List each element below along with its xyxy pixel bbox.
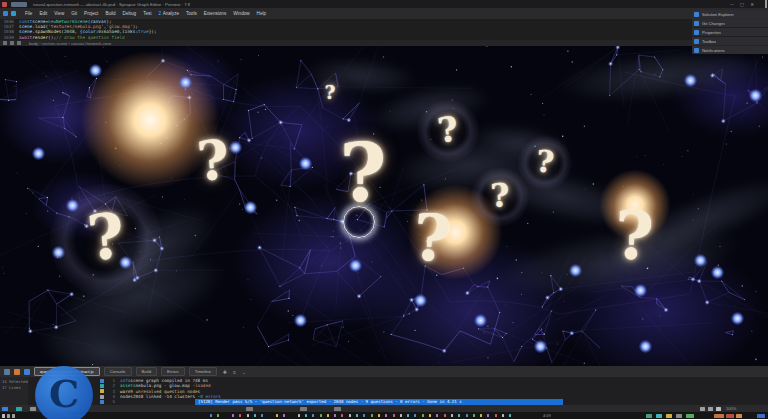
taskbar-dot [312, 414, 314, 417]
menu-item-window[interactable]: Window [233, 11, 249, 16]
taskbar-icon[interactable] [726, 414, 734, 418]
panel-icon [694, 12, 699, 17]
log-level-icon [100, 400, 104, 404]
taskbar-dot [385, 414, 387, 417]
close-button[interactable]: ✕ [750, 1, 754, 8]
menu-item-edit[interactable]: Edit [39, 11, 47, 16]
blue-node-glow [749, 89, 762, 102]
live-view-icon[interactable] [17, 41, 21, 45]
tab-console[interactable]: Console [104, 367, 132, 376]
status-icon[interactable] [2, 407, 8, 411]
menu-item-tools[interactable]: Tools [186, 11, 197, 16]
status-icon[interactable] [300, 407, 307, 411]
title-bar: neural-question-network — abstract-4k.ps… [0, 0, 768, 8]
tab-build[interactable]: Build [136, 367, 158, 376]
menu-item-debug[interactable]: Debug [123, 11, 137, 16]
rail-label: 14 Selected [2, 379, 28, 384]
blue-node-glow [89, 64, 102, 77]
artwork-canvas[interactable]: ????????? [0, 46, 768, 366]
taskbar-dot [393, 414, 395, 417]
blue-node-glow [534, 340, 547, 353]
document-tab-icon[interactable] [11, 2, 27, 7]
menu-item-test[interactable]: Test [143, 11, 151, 16]
menu-item-git[interactable]: Git [71, 11, 77, 16]
status-icon[interactable] [16, 407, 22, 411]
home-icon[interactable] [3, 11, 8, 16]
taskbar-dot [356, 414, 358, 417]
flyout-item-git-changes[interactable]: Git Changes [692, 19, 768, 27]
status-icon[interactable] [700, 407, 705, 411]
flyout-item-notifications[interactable]: Notifications [692, 46, 768, 54]
status-icon[interactable] [708, 407, 713, 411]
taskbar-dot [480, 414, 482, 417]
menu-item-build[interactable]: Build [105, 11, 115, 16]
taskbar-dot [422, 414, 424, 417]
blue-node-glow [32, 147, 45, 160]
panel-icon [694, 48, 699, 53]
menu-icon[interactable]: ≡ [233, 369, 236, 375]
taskbar-icon[interactable] [666, 414, 672, 418]
taskbar-icon[interactable] [646, 414, 652, 418]
editor-strip[interactable]: 1036const scene = new NetworkScene(canva… [0, 19, 768, 40]
maximize-button[interactable]: ▢ [740, 1, 744, 8]
minimize-button[interactable]: ─ [731, 1, 734, 8]
split-view-icon[interactable] [3, 41, 7, 45]
taskbar-icon[interactable] [7, 414, 10, 418]
taskbar-dot [276, 414, 278, 417]
breadcrumb[interactable]: body › section.scene › canvas#network-vi… [29, 41, 111, 46]
taskbar-dot [487, 414, 489, 417]
taskbar-strip: 2154 × 5944:09 [0, 412, 768, 419]
flyout-label: Toolbox [702, 39, 716, 44]
breadcrumb-bar: body › section.scene › canvas#network-vi… [0, 40, 768, 46]
tab-timeline[interactable]: Timeline [189, 367, 217, 376]
question-mark: ? [613, 196, 656, 276]
flyout-item-solution-explorer[interactable]: Solution Explorer [692, 10, 768, 18]
collapse-icon[interactable]: ⌄ [242, 369, 246, 375]
taskbar-dot [458, 414, 460, 417]
blue-node-glow [474, 314, 487, 327]
menu-item-extensions[interactable]: Extensions [204, 11, 226, 16]
menu-item-project[interactable]: Project [84, 11, 98, 16]
taskbar-icon[interactable] [714, 414, 724, 418]
taskbar-icon[interactable] [736, 414, 742, 418]
code-view-icon[interactable] [10, 41, 14, 45]
sync-icon[interactable] [11, 11, 16, 16]
build-icon[interactable] [14, 369, 20, 375]
menu-item-file[interactable]: File [25, 11, 32, 16]
blue-node-glow [294, 314, 307, 327]
taskbar-dot [320, 414, 322, 417]
blue-node-glow [694, 254, 707, 267]
taskbar-icon[interactable] [757, 414, 765, 418]
blue-node-glow [229, 141, 242, 154]
output-icon[interactable] [4, 369, 10, 375]
console-rail: 14 Selected17 Lines [0, 377, 28, 405]
flyout-item-toolbox[interactable]: Toolbox [692, 37, 768, 45]
app-window: neural-question-network — abstract-4k.ps… [0, 0, 768, 419]
taskbar-dot [349, 414, 351, 417]
status-icon[interactable] [334, 407, 341, 411]
console-token: 2048 linked · [133, 394, 167, 399]
tab-errors[interactable]: Errors [161, 367, 185, 376]
flyout-item-properties[interactable]: Properties [692, 28, 768, 36]
menu-item-view[interactable]: View [54, 11, 64, 16]
blue-node-glow [684, 74, 697, 87]
taskbar-dot [334, 414, 336, 417]
add-tab-icon[interactable]: ✚ [223, 369, 227, 375]
status-icon[interactable] [716, 407, 721, 411]
menu-item-help[interactable]: Help [257, 11, 266, 16]
taskbar-icon[interactable] [686, 414, 694, 418]
menu-item-analyze[interactable]: 2Analyze [159, 11, 179, 16]
taskbar-dot [254, 414, 256, 417]
selected-console-line[interactable]: [5120] Render pass 5/5 — 'question-netwo… [195, 399, 563, 405]
taskbar-icon[interactable] [676, 414, 682, 418]
taskbar-icon[interactable] [2, 414, 5, 418]
blue-node-glow [299, 157, 312, 170]
taskbar-dot [217, 414, 219, 417]
question-mark: ? [325, 82, 336, 103]
taskbar-icon[interactable] [656, 414, 662, 418]
status-icon[interactable] [30, 407, 36, 411]
taskbar-icon[interactable] [12, 414, 15, 418]
blue-node-glow [179, 76, 192, 89]
status-icon[interactable] [246, 407, 253, 411]
debug-icon[interactable] [24, 369, 30, 375]
